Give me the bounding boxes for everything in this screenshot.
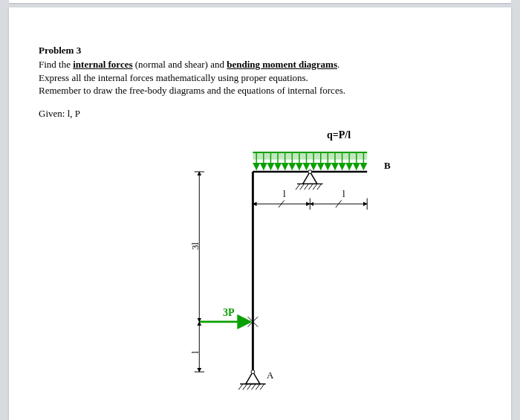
label-3l: 3l: [189, 242, 201, 250]
svg-line-31: [308, 184, 313, 190]
dim-horizontal: [253, 198, 367, 209]
label-q: q=P/l: [327, 129, 351, 141]
svg-point-26: [308, 169, 312, 173]
svg-line-25: [260, 384, 264, 390]
label-l-right: l: [342, 188, 345, 200]
label-b: B: [384, 160, 391, 172]
label-l-left: l: [283, 188, 286, 200]
document-page: Problem 3 Find the internal forces (norm…: [9, 7, 511, 420]
dim-vertical: [195, 172, 204, 372]
svg-line-32: [313, 184, 317, 190]
text-segment: (normal and shear) and: [133, 59, 227, 70]
label-l-vert: l: [189, 351, 201, 354]
svg-line-29: [300, 184, 305, 190]
pin-support-a: [238, 369, 266, 389]
text-underline: bending moment diagrams: [227, 59, 337, 70]
problem-line-2: Express all the internal forces mathemat…: [39, 71, 481, 85]
label-a: A: [267, 369, 273, 381]
problem-line-3: Remember to draw the free-body diagrams …: [39, 84, 481, 97]
problem-line-1: Find the internal forces (normal and she…: [39, 58, 481, 71]
svg-line-33: [317, 184, 322, 190]
diagram-svg: [39, 127, 481, 402]
text-segment: Find the: [39, 59, 73, 70]
svg-line-30: [305, 184, 309, 190]
svg-line-28: [296, 184, 300, 190]
text-segment: .: [337, 59, 339, 70]
svg-line-24: [256, 384, 260, 390]
svg-point-18: [251, 369, 255, 373]
text-underline: internal forces: [73, 59, 132, 70]
svg-line-23: [251, 384, 256, 390]
svg-line-20: [238, 384, 243, 390]
distributed-load: [253, 152, 367, 169]
svg-rect-0: [253, 152, 367, 160]
structural-diagram: q=P/l B A 3P 3l l l l: [39, 127, 481, 402]
given-line: Given: l, P: [39, 108, 481, 120]
svg-line-21: [243, 384, 247, 390]
beam-support: [296, 169, 323, 189]
svg-line-22: [247, 384, 252, 390]
problem-title: Problem 3: [39, 45, 481, 56]
label-3p: 3P: [223, 307, 235, 319]
